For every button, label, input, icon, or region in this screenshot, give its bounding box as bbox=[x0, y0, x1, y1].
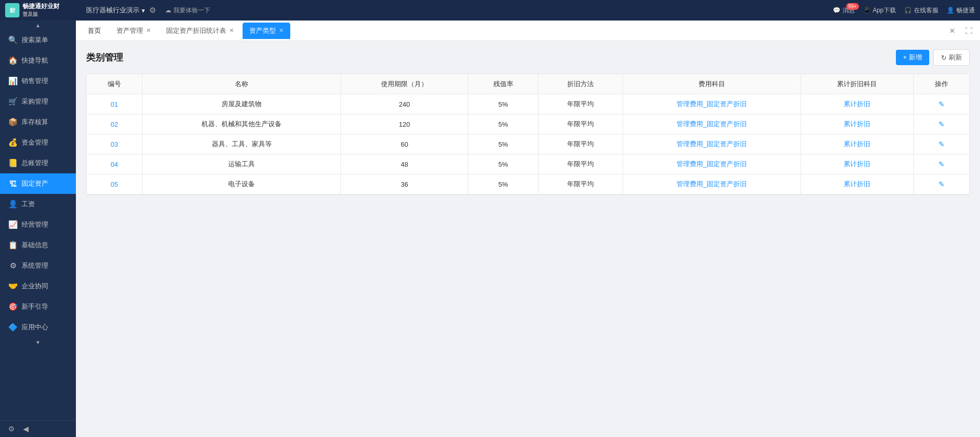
edit-icon-0[interactable]: ✎ bbox=[938, 100, 945, 108]
sidebar-item-apps[interactable]: 🔷 应用中心 bbox=[0, 317, 76, 337]
apps-icon: 🔷 bbox=[8, 323, 17, 332]
expand-window-btn[interactable]: ⛶ bbox=[963, 25, 975, 37]
table-row: 01房屋及建筑物2405%年限平均管理费用_固定资产折旧累计折旧✎ bbox=[87, 94, 970, 114]
inventory-icon: 📦 bbox=[8, 117, 17, 127]
sidebar-item-label: 快捷导航 bbox=[22, 56, 48, 65]
settings-icon[interactable]: ⚙ bbox=[149, 6, 156, 15]
page-title: 类别管理 bbox=[86, 51, 123, 64]
sidebar-item-basic-info[interactable]: 📋 基础信息 bbox=[0, 235, 76, 255]
close-window-btn[interactable]: ✕ bbox=[946, 25, 958, 37]
cell-period-3: 48 bbox=[341, 154, 468, 174]
edit-icon-4[interactable]: ✎ bbox=[938, 180, 945, 188]
sidebar-item-search[interactable]: 🔍 搜索菜单 bbox=[0, 30, 76, 50]
table-header-row: 编号 名称 使用期限（月） 残值率 折旧方法 费用科目 累计折旧科目 操作 bbox=[87, 74, 970, 94]
sidebar-item-label: 销售管理 bbox=[22, 76, 48, 86]
sidebar-scroll-up[interactable]: ▲ bbox=[0, 21, 76, 30]
tab-asset-type-close[interactable]: ✕ bbox=[279, 27, 284, 34]
page-header: 类别管理 + 新增 ↻ 刷新 bbox=[86, 49, 970, 66]
sidebar-item-label: 搜索菜单 bbox=[22, 35, 48, 45]
col-header-name: 名称 bbox=[143, 74, 341, 94]
cell-period-1: 120 bbox=[341, 114, 468, 134]
cell-method-1: 年限平均 bbox=[538, 114, 623, 134]
sidebar: ▲ 🔍 搜索菜单 🏠 快捷导航 📊 销售管理 🛒 采购管理 📦 库存核算 💰 资… bbox=[0, 21, 76, 437]
tab-asset-mgmt[interactable]: 资产管理 ✕ bbox=[110, 23, 157, 39]
industry-dropdown[interactable]: 医疗器械行业演示 ▾ bbox=[86, 6, 145, 15]
sidebar-item-label: 系统管理 bbox=[22, 261, 48, 270]
sidebar-item-inventory[interactable]: 📦 库存核算 bbox=[0, 112, 76, 132]
online-service-label: 在线客服 bbox=[914, 6, 938, 15]
col-header-expense: 费用科目 bbox=[623, 74, 801, 94]
tab-depreciation-close[interactable]: ✕ bbox=[229, 27, 234, 34]
sidebar-item-payroll[interactable]: 👤 工资 bbox=[0, 194, 76, 214]
refresh-button[interactable]: ↻ 刷新 bbox=[933, 49, 970, 66]
tab-asset-mgmt-close[interactable]: ✕ bbox=[146, 27, 151, 34]
sidebar-item-ledger[interactable]: 📒 总账管理 bbox=[0, 153, 76, 173]
cell-code-2: 03 bbox=[87, 134, 143, 154]
tab-home[interactable]: 首页 bbox=[81, 23, 108, 39]
cell-expense-3: 管理费用_固定资产折旧 bbox=[623, 154, 801, 174]
sidebar-item-label: 基础信息 bbox=[22, 241, 48, 250]
tab-depreciation-table[interactable]: 固定资产折旧统计表 ✕ bbox=[159, 23, 241, 39]
enterprise-icon: 🤝 bbox=[8, 282, 17, 291]
logo-icon: 财 bbox=[5, 3, 19, 17]
sidebar-item-guide[interactable]: 🎯 新手引导 bbox=[0, 296, 76, 317]
online-service-item[interactable]: 🎧 在线客服 bbox=[904, 6, 938, 15]
sidebar-scroll-down[interactable]: ▼ bbox=[0, 337, 76, 347]
app-download-label: App下载 bbox=[873, 6, 896, 15]
tab-asset-type[interactable]: 资产类型 ✕ bbox=[243, 23, 290, 39]
table-row: 04运输工具485%年限平均管理费用_固定资产折旧累计折旧✎ bbox=[87, 154, 970, 174]
sidebar-item-system[interactable]: ⚙ 系统管理 bbox=[0, 255, 76, 276]
sidebar-item-enterprise[interactable]: 🤝 企业协同 bbox=[0, 276, 76, 296]
sidebar-item-label: 工资 bbox=[22, 200, 35, 209]
sidebar-item-label: 企业协同 bbox=[22, 282, 48, 291]
app-logo: 财 畅捷通好业财 普及版 bbox=[5, 3, 81, 18]
app-download-item[interactable]: 📱 App下载 bbox=[863, 6, 896, 15]
user-item[interactable]: 👤 畅捷通 bbox=[947, 6, 975, 15]
table-row: 02机器、机械和其他生产设备1205%年限平均管理费用_固定资产折旧累计折旧✎ bbox=[87, 114, 970, 134]
cell-action-1: ✎ bbox=[913, 114, 969, 134]
logo-text: 畅捷通好业财 bbox=[23, 3, 59, 11]
cell-period-2: 60 bbox=[341, 134, 468, 154]
table-row: 03器具、工具、家具等605%年限平均管理费用_固定资产折旧累计折旧✎ bbox=[87, 134, 970, 154]
message-item[interactable]: 💬 消息 99+ bbox=[833, 6, 855, 15]
sales-icon: 📊 bbox=[8, 76, 17, 86]
collapse-icon[interactable]: ◀ bbox=[23, 425, 29, 433]
purchase-icon: 🛒 bbox=[8, 97, 17, 106]
sidebar-item-fixed-assets[interactable]: 🏗 固定资产 bbox=[0, 173, 76, 194]
headset-icon: 🎧 bbox=[904, 7, 912, 14]
sidebar-item-label: 新手引导 bbox=[22, 302, 48, 311]
cell-accumulated-2: 累计折旧 bbox=[801, 134, 913, 154]
message-badge: 99+ bbox=[846, 3, 859, 10]
cell-accumulated-0: 累计折旧 bbox=[801, 94, 913, 114]
cell-residual-0: 5% bbox=[468, 94, 538, 114]
sidebar-item-operations[interactable]: 📈 经营管理 bbox=[0, 214, 76, 235]
logo-sub: 普及版 bbox=[23, 11, 59, 18]
cell-code-0: 01 bbox=[87, 94, 143, 114]
category-table: 编号 名称 使用期限（月） 残值率 折旧方法 费用科目 累计折旧科目 操作 01… bbox=[86, 74, 970, 194]
cell-residual-4: 5% bbox=[468, 174, 538, 194]
edit-icon-3[interactable]: ✎ bbox=[938, 160, 945, 168]
edit-icon-2[interactable]: ✎ bbox=[938, 140, 945, 148]
col-header-action: 操作 bbox=[913, 74, 969, 94]
operations-icon: 📈 bbox=[8, 220, 17, 229]
cell-code-4: 05 bbox=[87, 174, 143, 194]
sidebar-item-sales[interactable]: 📊 销售管理 bbox=[0, 71, 76, 91]
cell-period-0: 240 bbox=[341, 94, 468, 114]
cell-period-4: 36 bbox=[341, 174, 468, 194]
settings-bottom-icon[interactable]: ⚙ bbox=[8, 425, 15, 433]
cell-name-2: 器具、工具、家具等 bbox=[143, 134, 341, 154]
sidebar-item-label: 总账管理 bbox=[22, 158, 48, 168]
try-button[interactable]: ☁ 我要体验一下 bbox=[165, 6, 210, 15]
sidebar-item-finance[interactable]: 💰 资金管理 bbox=[0, 132, 76, 153]
sidebar-item-label: 库存核算 bbox=[22, 117, 48, 127]
edit-icon-1[interactable]: ✎ bbox=[938, 120, 945, 128]
sidebar-bottom: ⚙ ◀ bbox=[0, 420, 76, 437]
sidebar-item-quick-nav[interactable]: 🏠 快捷导航 bbox=[0, 50, 76, 71]
table-row: 05电子设备365%年限平均管理费用_固定资产折旧累计折旧✎ bbox=[87, 174, 970, 194]
message-icon: 💬 bbox=[833, 7, 841, 14]
sidebar-item-purchase[interactable]: 🛒 采购管理 bbox=[0, 91, 76, 112]
search-icon: 🔍 bbox=[8, 35, 17, 45]
new-button[interactable]: + 新增 bbox=[896, 50, 929, 65]
sidebar-item-label: 采购管理 bbox=[22, 97, 48, 106]
finance-icon: 💰 bbox=[8, 138, 17, 147]
